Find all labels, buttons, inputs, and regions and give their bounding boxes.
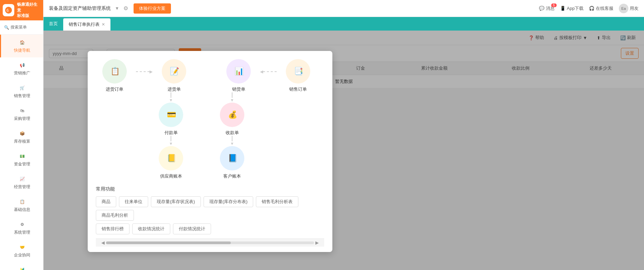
user-item[interactable]: Ea 用友 (619, 4, 639, 13)
try-industry-button[interactable]: 体验行业方案 (134, 3, 171, 14)
flow-row-1: 📋 进货订单 ▶ 📝 (96, 59, 324, 92)
func-btn-product[interactable]: 商品 (96, 196, 116, 207)
flow-down-arrows: ▼ ▼ (96, 92, 324, 103)
receipt-icon-flow: 💰 (220, 103, 244, 127)
flow-node-payment[interactable]: 💳 付款单 (152, 103, 190, 136)
svg-text:6: 6 (6, 8, 9, 13)
svg-text:📘: 📘 (228, 154, 238, 163)
tabbar: 首页 销售订单执行表 ✕ (43, 17, 644, 31)
purchase-icon: 🛍 (18, 107, 26, 114)
message-icon: 💬 (539, 6, 544, 11)
flow-node-sales-order[interactable]: 📑 销售订单 (279, 59, 317, 92)
system-dropdown[interactable]: ▼ (115, 6, 119, 11)
main-area: 装备及固定资产辅助管理系统 ▼ ⚙ 体验行业方案 💬 消息 6 📱 App下载 … (43, 0, 644, 270)
user-name: 用友 (630, 5, 639, 12)
scroll-right-arrow[interactable]: ▶ (314, 240, 320, 245)
scrollbar-thumb[interactable] (106, 241, 231, 244)
finance-icon: 💵 (18, 152, 26, 160)
sidebar-item-marketing[interactable]: 📢 营销推广 (0, 57, 43, 80)
search-menu-button[interactable]: 🔍 快捷导航 搜索菜单 (3, 23, 40, 32)
func-buttons-row2: 销售排行榜 收款情况统计 付款情况统计 (96, 223, 324, 234)
func-btn-stock-status[interactable]: 现存量(库存状况表) (151, 196, 201, 207)
sidebar-item-quicknav[interactable]: 🏠 快捷导航 (0, 35, 43, 57)
arrow-right-1: ▶ (133, 69, 155, 82)
topbar: 装备及固定资产辅助管理系统 ▼ ⚙ 体验行业方案 💬 消息 6 📱 App下载 … (43, 0, 644, 17)
sales-order-tab-label: 销售订单执行表 (69, 21, 100, 28)
online-service-item[interactable]: 🎧 在线客服 (589, 5, 613, 12)
app-download-item[interactable]: 📱 App下载 (560, 5, 584, 12)
modal-scrollbar: ◀ ▶ (96, 238, 324, 247)
inventory-icon: 📦 (18, 130, 26, 137)
purchase-order-icon: 📋 (102, 59, 127, 84)
guide-icon: 🔰 (18, 266, 26, 270)
sidebar-search[interactable]: 🔍 快捷导航 搜索菜单 (0, 20, 43, 35)
func-btn-contacts[interactable]: 往来单位 (119, 196, 148, 207)
flow-row-2: 💳 付款单 💰 收款单 (96, 103, 324, 136)
system-icon: ⚙ (18, 221, 26, 228)
down-arrow-purchase: ▼ (152, 92, 190, 103)
svg-text:💰: 💰 (228, 110, 238, 119)
func-btn-receipt-stats[interactable]: 收款情况统计 (132, 223, 170, 234)
sales-icon-flow: 📊 (226, 59, 251, 84)
tab-sales-order[interactable]: 销售订单执行表 ✕ (63, 18, 110, 31)
operations-icon: 📈 (18, 175, 26, 183)
tab-home[interactable]: 首页 (43, 17, 63, 31)
flow-node-purchase-order[interactable]: 📋 进货订单 (96, 59, 133, 92)
flow-node-sales[interactable]: 📊 销货单 (220, 59, 257, 92)
flow-down-arrows-2: ▼ ▼ (96, 136, 324, 146)
sidebar-item-basic-info[interactable]: 📋 基础信息 (0, 194, 43, 217)
payment-icon-flow: 💳 (159, 103, 183, 127)
sidebar-item-guide[interactable]: 🔰 新手引导 (0, 262, 43, 270)
down-arrow-payment: ▼ (152, 136, 190, 146)
marketing-icon: 📢 (18, 61, 26, 69)
app-download-label: App下载 (567, 5, 584, 12)
content-area: ❓ 帮助 🖨 按模板打印 ▼ ⬆ 导出 🔄 刷新 (43, 31, 644, 270)
avatar: Ea (619, 4, 628, 13)
arrow-left-1: ◀ (257, 69, 279, 82)
scrollbar-track[interactable] (106, 241, 314, 244)
down-arrow-sales: ▼ (213, 92, 251, 103)
svg-text:💳: 💳 (167, 110, 176, 119)
common-functions: 常用功能 商品 往来单位 现存量(库存状况表) 现存量(库存分布表) 销售毛利分… (96, 186, 324, 234)
func-btn-stock-dist[interactable]: 现存量(库存分布表) (204, 196, 254, 207)
customer-ledger-icon: 📘 (220, 146, 244, 170)
sales-icon: 🛒 (18, 84, 26, 92)
sidebar-item-inventory[interactable]: 📦 库存核算 (0, 126, 43, 148)
func-btn-sales-gross[interactable]: 销售毛利分析表 (256, 196, 298, 207)
message-badge: 6 (551, 3, 557, 7)
scroll-left-arrow[interactable]: ◀ (100, 240, 106, 245)
func-buttons: 商品 往来单位 现存量(库存状况表) 现存量(库存分布表) 销售毛利分析表 商品… (96, 196, 324, 221)
svg-text:📊: 📊 (234, 67, 244, 76)
sidebar-item-sales[interactable]: 🛒 销售管理 (0, 80, 43, 103)
func-btn-product-gross[interactable]: 商品毛利分析 (96, 210, 134, 221)
message-item[interactable]: 💬 消息 6 (539, 5, 555, 12)
settings-icon[interactable]: ⚙ (123, 5, 128, 12)
sidebar-item-purchase[interactable]: 🛍 采购管理 (0, 103, 43, 126)
app-download-icon: 📱 (560, 6, 565, 11)
func-btn-sales-rank[interactable]: 销售排行榜 (96, 223, 129, 234)
collab-icon: 🤝 (18, 244, 26, 251)
search-icon: 🔍 (4, 25, 9, 30)
topbar-right: 💬 消息 6 📱 App下载 🎧 在线客服 Ea 用友 (539, 4, 639, 13)
svg-text:📑: 📑 (294, 67, 303, 76)
system-name: 装备及固定资产辅助管理系统 (49, 5, 111, 12)
flow-node-supplier-ledger[interactable]: 📒 供应商账本 (152, 146, 190, 179)
purchase-icon-flow: 📝 (162, 59, 186, 84)
sidebar-item-finance[interactable]: 💵 资金管理 (0, 148, 43, 171)
func-btn-payment-stats[interactable]: 付款情况统计 (173, 223, 211, 234)
flow-modal: 📋 进货订单 ▶ 📝 (88, 51, 332, 252)
sidebar-item-operations[interactable]: 📈 经营管理 (0, 171, 43, 194)
flow-node-receipt[interactable]: 💰 收款单 (213, 103, 251, 136)
supplier-ledger-icon: 📒 (159, 146, 183, 170)
sidebar-nav: 🏠 快捷导航 📢 营销推广 🛒 销售管理 🛍 采购管理 📦 库存核算 💵 (0, 35, 43, 270)
svg-text:📋: 📋 (110, 67, 120, 76)
flow-chart: 📋 进货订单 ▶ 📝 (96, 59, 324, 185)
sidebar-logo: 6 畅康通好生意 标准版 (0, 0, 43, 20)
sidebar-item-system[interactable]: ⚙ 系统管理 (0, 217, 43, 239)
tab-close-icon[interactable]: ✕ (102, 22, 105, 27)
logo-icon: 6 (3, 4, 14, 16)
sidebar-item-collab[interactable]: 🤝 企业协同 (0, 239, 43, 262)
flow-node-customer-ledger[interactable]: 📘 客户账本 (213, 146, 251, 179)
flow-node-purchase[interactable]: 📝 进货单 (155, 59, 193, 92)
logo-text: 畅康通好生意 标准版 (17, 2, 40, 19)
